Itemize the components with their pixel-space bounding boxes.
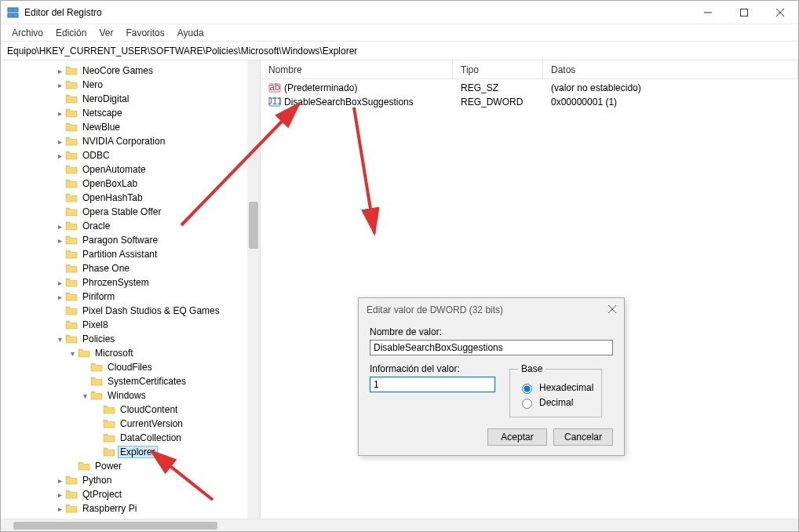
hscroll-thumb[interactable]: [13, 522, 217, 530]
tree-item[interactable]: ▸Piriform: [1, 290, 260, 304]
chevron-icon[interactable]: ▸: [54, 476, 65, 485]
tree-item-label: Phase One: [81, 263, 131, 274]
value-type-icon: 011: [268, 96, 281, 108]
tree-item-label: ODBC: [81, 150, 111, 161]
tree-item[interactable]: ▸Oracle: [1, 219, 260, 233]
chevron-icon[interactable]: ▸: [54, 293, 65, 301]
tree-item[interactable]: NeroDigital: [1, 92, 260, 106]
radio-hex[interactable]: [522, 384, 532, 394]
tree-item[interactable]: OpenAutomate: [1, 162, 260, 177]
list-row[interactable]: 011DisableSearchBoxSuggestionsREG_DWORD0…: [261, 95, 798, 109]
tree-item[interactable]: CurrentVersion: [1, 417, 260, 431]
maximize-button[interactable]: [726, 1, 762, 24]
value-data: 0x00000001 (1): [543, 97, 798, 107]
chevron-icon[interactable]: ▸: [54, 67, 65, 75]
chevron-icon[interactable]: ▸: [54, 222, 65, 231]
tree-item[interactable]: CloudContent: [1, 403, 260, 417]
svg-text:011: 011: [268, 96, 281, 107]
tree-item[interactable]: CloudFiles: [1, 360, 260, 374]
chevron-icon[interactable]: ▸: [54, 505, 65, 513]
tree-item[interactable]: ▸ODBC: [1, 148, 260, 162]
minimize-button[interactable]: [690, 1, 726, 24]
chevron-icon[interactable]: ▸: [54, 137, 65, 146]
chevron-icon[interactable]: ▸: [54, 151, 65, 160]
col-header-name[interactable]: Nombre: [261, 60, 453, 78]
scrollbar-thumb[interactable]: [249, 202, 258, 249]
tree-item[interactable]: ▸Nero: [1, 78, 260, 92]
radio-dec[interactable]: [522, 399, 532, 409]
value-type: REG_SZ: [453, 82, 543, 93]
base-legend: Base: [518, 363, 545, 374]
tree-item[interactable]: ▾Windows: [1, 388, 260, 403]
address-bar[interactable]: Equipo\HKEY_CURRENT_USER\SOFTWARE\Polici…: [1, 42, 798, 60]
menu-fav[interactable]: Favoritos: [121, 26, 169, 40]
tree-item[interactable]: ▾Microsoft: [1, 346, 260, 360]
folder-icon: [65, 319, 78, 330]
folder-icon: [65, 150, 78, 161]
tree-item-label: NeoCore Games: [81, 65, 155, 76]
tree-scrollbar[interactable]: [247, 60, 260, 519]
cancel-button[interactable]: Cancelar: [553, 428, 613, 446]
tree-item-label: Paragon Software: [81, 235, 159, 246]
tree-item[interactable]: ▸Python: [1, 473, 260, 487]
address-path: Equipo\HKEY_CURRENT_USER\SOFTWARE\Polici…: [7, 46, 357, 56]
tree-item[interactable]: ▸Paragon Software: [1, 233, 260, 247]
chevron-icon[interactable]: ▾: [54, 335, 65, 344]
value-data-input[interactable]: [370, 377, 495, 392]
svg-rect-0: [8, 8, 13, 12]
dialog-titlebar: Editar valor de DWORD (32 bits): [359, 298, 624, 322]
chevron-icon[interactable]: ▸: [54, 490, 65, 499]
tree-item[interactable]: OpenBoxLab: [1, 177, 260, 191]
close-button[interactable]: [762, 1, 798, 24]
chevron-icon[interactable]: ▸: [54, 109, 65, 118]
col-header-data[interactable]: Datos: [543, 60, 798, 78]
dialog-close-icon[interactable]: [608, 304, 616, 315]
chevron-icon[interactable]: ▾: [79, 392, 90, 400]
value-name-input[interactable]: [370, 340, 613, 355]
tree-item[interactable]: ▸NVIDIA Corporation: [1, 134, 260, 148]
value-type-icon: ab: [268, 82, 281, 94]
tree-item[interactable]: Pixel Dash Studios & EQ Games: [1, 304, 260, 318]
tree-item[interactable]: ▸Netscape: [1, 106, 260, 120]
tree-item[interactable]: Phase One: [1, 261, 260, 275]
folder-icon: [65, 107, 78, 118]
base-fieldset: Base Hexadecimal Decimal: [509, 363, 602, 417]
tree-item[interactable]: DataCollection: [1, 431, 260, 445]
list-row[interactable]: ab(Predeterminado)REG_SZ(valor no establ…: [261, 81, 798, 95]
tree-item[interactable]: ▸QtProject: [1, 487, 260, 501]
tree-item-label: PhrozenSystem: [81, 277, 151, 288]
menu-file[interactable]: Archivo: [7, 26, 48, 40]
tree-item[interactable]: OpenHashTab: [1, 191, 260, 205]
tree-item[interactable]: ▾Policies: [1, 332, 260, 346]
tree-item[interactable]: Explorer: [1, 445, 260, 459]
value-data: (valor no establecido): [543, 82, 798, 93]
tree-item[interactable]: Partition Assistant: [1, 247, 260, 261]
tree-item-label: Raspberry Pi: [81, 503, 138, 514]
tree-item[interactable]: ▸PhrozenSystem: [1, 275, 260, 290]
tree-item[interactable]: Pixel8: [1, 318, 260, 332]
col-header-type[interactable]: Tipo: [453, 60, 543, 78]
tree-item[interactable]: SystemCertificates: [1, 374, 260, 388]
folder-icon: [65, 263, 78, 274]
menu-edit[interactable]: Edición: [51, 26, 91, 40]
chevron-icon[interactable]: ▸: [54, 279, 65, 287]
tree-item[interactable]: Opera Stable Offer: [1, 205, 260, 219]
tree-item[interactable]: Power: [1, 459, 260, 473]
radio-dec-label: Decimal: [539, 397, 573, 408]
tree-item[interactable]: ▸NeoCore Games: [1, 64, 260, 78]
tree-item-label: Nero: [81, 79, 104, 90]
menu-help[interactable]: Ayuda: [173, 26, 209, 40]
chevron-icon[interactable]: ▸: [54, 236, 65, 245]
chevron-icon[interactable]: ▾: [67, 349, 78, 358]
tree-item[interactable]: NewBlue: [1, 120, 260, 134]
tree-item-label: Microsoft: [93, 348, 135, 359]
tree-hscroll[interactable]: [1, 519, 798, 531]
ok-button[interactable]: Aceptar: [487, 428, 547, 446]
body: ▸NeoCore Games▸NeroNeroDigital▸NetscapeN…: [1, 60, 798, 519]
chevron-icon[interactable]: ▸: [54, 81, 65, 89]
menu-view[interactable]: Ver: [94, 26, 118, 40]
folder-icon: [65, 291, 78, 302]
tree-item[interactable]: ▸Raspberry Pi: [1, 501, 260, 516]
folder-icon: [103, 432, 115, 443]
menubar: Archivo Edición Ver Favoritos Ayuda: [1, 24, 798, 42]
